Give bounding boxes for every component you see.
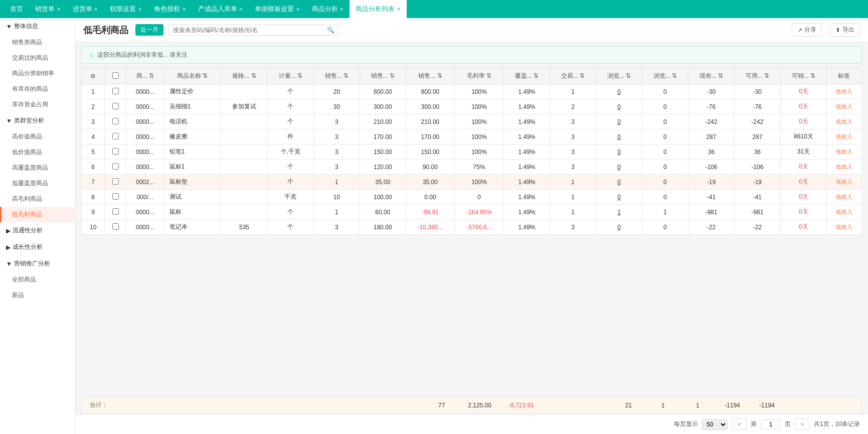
col-transactions[interactable]: 交易... ⇅ xyxy=(550,68,596,84)
row-views1[interactable]: 0 xyxy=(596,190,642,205)
col-views2[interactable]: 浏览... ⇅ xyxy=(642,68,688,84)
nav-item-analysis[interactable]: 商品分析 ✕ xyxy=(306,0,350,18)
col-spec[interactable]: 规格... ⇅ xyxy=(221,68,267,84)
col-sales-price[interactable]: 销售... ⇅ xyxy=(360,68,406,84)
row-checkbox[interactable] xyxy=(112,148,119,155)
nav-item-roles[interactable]: 角色授权 ✕ xyxy=(148,0,192,18)
row-views1[interactable]: 1 xyxy=(596,205,642,220)
page-number-input[interactable] xyxy=(761,419,781,429)
row-views1[interactable]: 0 xyxy=(596,220,642,235)
row-checkbox[interactable] xyxy=(112,208,119,215)
col-tag: 标签 xyxy=(826,68,861,84)
col-coverage[interactable]: 覆盖... ⇅ xyxy=(504,68,550,84)
filter-recent-month-button[interactable]: 近一月 xyxy=(135,24,163,36)
sidebar-item-low-value[interactable]: 低价值商品 xyxy=(0,144,75,160)
sidebar-item-high-margin[interactable]: 高毛利商品 xyxy=(0,191,75,207)
col-sales-profit[interactable]: 销售... ⇅ xyxy=(406,68,454,84)
sidebar-item-traded-goods[interactable]: 交易过的商品 xyxy=(0,50,75,66)
col-unit[interactable]: 计量... ⇅ xyxy=(267,68,313,84)
row-checkbox-cell[interactable] xyxy=(105,220,126,235)
sidebar-group-title-circulation[interactable]: ▶ 流通性分析 xyxy=(0,222,75,239)
row-checkbox[interactable] xyxy=(112,88,119,94)
row-tag: 低收入 xyxy=(826,84,861,99)
nav-item-template[interactable]: 单据模板设置 ✕ xyxy=(249,0,306,18)
col-current-stock[interactable]: 现有... ⇅ xyxy=(688,68,734,84)
row-tag: 低收入 xyxy=(826,144,861,160)
nav-item-sales[interactable]: 销货单 ✕ xyxy=(29,0,67,18)
nav-item-purchase[interactable]: 进货单 ✕ xyxy=(67,0,104,18)
row-checkbox-cell[interactable] xyxy=(105,144,126,160)
row-checkbox-cell[interactable] xyxy=(105,84,126,99)
row-views1[interactable]: 0 xyxy=(596,129,642,144)
col-sales-qty[interactable]: 销售... ⇅ xyxy=(313,68,360,84)
row-checkbox[interactable] xyxy=(112,223,119,230)
row-sales-qty: 1 xyxy=(313,175,360,190)
row-views1[interactable]: 0 xyxy=(596,175,642,190)
col-gross-margin[interactable]: 毛利率 ⇅ xyxy=(454,68,503,84)
row-views2: 0 xyxy=(642,84,688,99)
row-current-stock: -22 xyxy=(688,220,734,235)
sidebar-item-high-value[interactable]: 高价值商品 xyxy=(0,129,75,144)
col-checkbox[interactable] xyxy=(105,68,126,84)
row-sales-profit: 800.00 xyxy=(406,84,454,99)
row-checkbox-cell[interactable] xyxy=(105,99,126,114)
search-input[interactable] xyxy=(173,27,325,34)
sidebar-group-title-growth[interactable]: ▶ 成长性分析 xyxy=(0,239,75,255)
export-button[interactable]: ⬆ 导出 xyxy=(830,23,860,37)
row-views1[interactable]: 0 xyxy=(596,84,642,99)
sidebar-item-sales-goods[interactable]: 销售类商品 xyxy=(0,35,75,50)
col-sellable[interactable]: 可销... ⇅ xyxy=(780,68,826,84)
row-views1[interactable]: 0 xyxy=(596,114,642,129)
row-gross-margin: 100% xyxy=(454,144,503,160)
col-name[interactable]: 商品名称 ⇅ xyxy=(164,68,221,84)
sidebar-item-category-rate[interactable]: 商品分类助销率 xyxy=(0,66,75,81)
row-current-stock: -19 xyxy=(688,175,734,190)
sidebar-item-stock-capital[interactable]: 库存资金占用 xyxy=(0,97,75,112)
row-checkbox[interactable] xyxy=(112,103,119,109)
col-code[interactable]: 商... ⇅ xyxy=(126,68,164,84)
row-checkbox[interactable] xyxy=(112,118,119,124)
sidebar-group-title-marketing[interactable]: ▼ 营销推广分析 xyxy=(0,255,75,272)
row-views1[interactable]: 0 xyxy=(596,160,642,175)
row-checkbox-cell[interactable] xyxy=(105,205,126,220)
select-all-checkbox[interactable] xyxy=(112,72,119,79)
sidebar-group-title-cluster[interactable]: ▼ 类群堂分析 xyxy=(0,112,75,129)
sidebar-group-title-overall[interactable]: ▼ 整体信息 xyxy=(0,18,75,35)
sidebar-item-new-goods[interactable]: 新品 xyxy=(0,287,75,303)
row-checkbox-cell[interactable] xyxy=(105,190,126,205)
row-checkbox-cell[interactable] xyxy=(105,175,126,190)
search-icon[interactable]: 🔍 xyxy=(327,27,334,34)
row-checkbox-cell[interactable] xyxy=(105,114,126,129)
share-button[interactable]: ↗ 分享 xyxy=(792,23,822,37)
row-available: -41 xyxy=(734,190,780,205)
nav-item-analysis-list[interactable]: 商品分析列表 ✕ xyxy=(350,0,407,18)
per-page-select[interactable]: 50 100 200 xyxy=(702,419,728,430)
prev-page-button[interactable]: ＜ xyxy=(732,418,747,430)
row-checkbox-cell[interactable] xyxy=(105,160,126,175)
col-settings[interactable]: ⚙ xyxy=(82,68,105,84)
col-available[interactable]: 可用... ⇅ xyxy=(734,68,780,84)
row-checkbox[interactable] xyxy=(112,133,119,139)
sidebar-item-high-coverage[interactable]: 高覆盖度商品 xyxy=(0,160,75,176)
nav-item-permissions[interactable]: 权限设置 ✕ xyxy=(104,0,148,18)
row-checkbox[interactable] xyxy=(112,163,119,170)
row-views1[interactable]: 0 xyxy=(596,144,642,160)
next-page-button[interactable]: ＞ xyxy=(795,418,810,430)
row-checkbox-cell[interactable] xyxy=(105,129,126,144)
row-current-stock: -242 xyxy=(688,114,734,129)
nav-item-home[interactable]: 首页 xyxy=(4,0,29,18)
sidebar-item-low-margin[interactable]: 低毛利商品 xyxy=(0,207,75,222)
row-available: -106 xyxy=(734,160,780,175)
row-spec xyxy=(221,205,267,220)
sidebar-item-stocked-goods[interactable]: 有库存的商品 xyxy=(0,81,75,97)
col-views1[interactable]: 浏览... ⇅ xyxy=(596,68,642,84)
row-checkbox[interactable] xyxy=(112,193,119,200)
sidebar-item-low-coverage[interactable]: 低覆盖度商品 xyxy=(0,176,75,191)
nav-item-products[interactable]: 产成品入库单 ✕ xyxy=(192,0,249,18)
sidebar-item-all-goods[interactable]: 全部商品 xyxy=(0,272,75,287)
row-code: 000/... xyxy=(126,190,164,205)
total-label: 共1页，10条记录 xyxy=(814,420,860,428)
row-coverage: 1.49% xyxy=(504,160,550,175)
row-views1[interactable]: 0 xyxy=(596,99,642,114)
row-checkbox[interactable] xyxy=(112,178,119,185)
